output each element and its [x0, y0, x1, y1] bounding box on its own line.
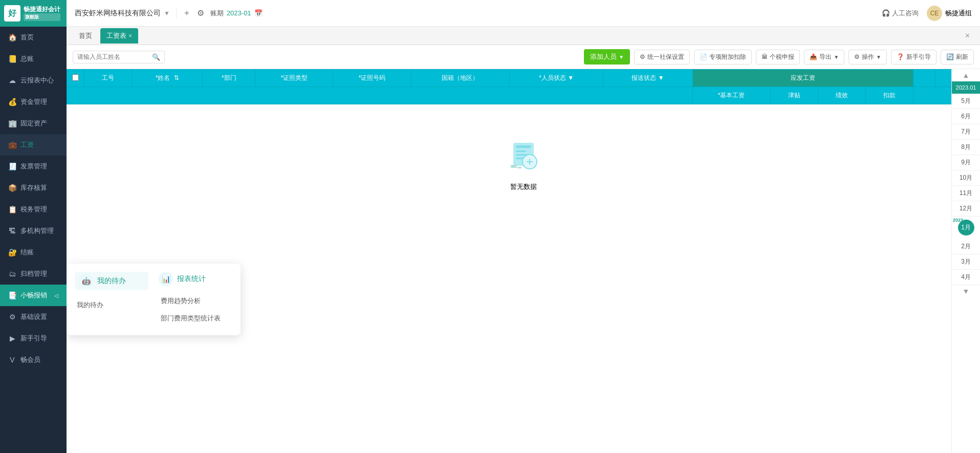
sidebar-item-basic-settings[interactable]: ⚙ 基础设置	[0, 306, 67, 328]
avatar: CE	[927, 6, 942, 21]
operation-chevron-icon: ▼	[876, 54, 881, 60]
sub-col-allowance: 津贴	[770, 87, 818, 104]
refresh-button[interactable]: 🔄 刷新	[941, 50, 974, 64]
user-menu[interactable]: CE 畅捷通组	[927, 6, 972, 21]
sidebar-item-inventory[interactable]: 📦 库存核算	[0, 177, 67, 199]
sidebar-item-home[interactable]: 🏠 首页	[0, 27, 67, 48]
filter-status-icon[interactable]: ▼	[568, 74, 574, 81]
company-selector[interactable]: 西安虾米网络科技有限公司 ▼	[75, 9, 170, 18]
toolbar-right: 添加人员 ▼ ⚙ 统一社保设置 📄 专项附加扣除 🏛 个税申报 📤 导	[584, 49, 974, 64]
sidebar-item-cloud-report[interactable]: ☁ 云报表中心	[0, 70, 67, 91]
empty-state: 暂无数据	[67, 104, 980, 222]
settings-period-icon[interactable]: ⚙	[197, 8, 204, 18]
export-chevron-icon: ▼	[834, 54, 839, 60]
month-item-7[interactable]: 7月	[952, 124, 980, 140]
home-icon: 🏠	[8, 33, 16, 41]
dropdown-header-reports: 📊 报表统计	[159, 272, 232, 286]
main-area: 西安虾米网络科技有限公司 ▼ ＋ ⚙ 账期 2023-01 📅 🎧 人工咨询 C…	[67, 0, 980, 453]
collapse-icon: ◁	[54, 293, 58, 298]
sidebar-item-ledger[interactable]: 📒 总账	[0, 48, 67, 70]
month-item-12[interactable]: 12月	[952, 201, 980, 217]
dropdown-item-dept-expense[interactable]: 部门费用类型统计表	[159, 310, 232, 327]
content-area: 🔍 添加人员 ▼ ⚙ 统一社保设置 📄 专项附加扣除 🏛 个税申报	[67, 45, 980, 453]
archive-icon: 🗂	[8, 270, 16, 278]
month-item-8[interactable]: 8月	[952, 140, 980, 155]
tax-declaration-button[interactable]: 🏛 个税申报	[756, 50, 800, 64]
month-nav-up[interactable]: ▲	[952, 69, 980, 81]
special-deduction-button[interactable]: 📄 专项附加扣除	[694, 50, 752, 64]
sidebar-item-fixed-assets[interactable]: 🏢 固定资产	[0, 113, 67, 134]
month-item-9[interactable]: 9月	[952, 155, 980, 170]
month-item-6[interactable]: 6月	[952, 109, 980, 124]
col-emp-no: 工号	[84, 70, 132, 87]
user-name: 畅捷通组	[945, 9, 972, 18]
add-employee-button[interactable]: 添加人员 ▼	[584, 49, 630, 64]
sort-name-icon[interactable]: ⇅	[174, 74, 179, 81]
month-item-3[interactable]: 3月	[952, 254, 980, 270]
col-nationality: 国籍（地区）	[411, 70, 509, 87]
tab-close-icon[interactable]: ×	[128, 32, 132, 39]
window-close-button[interactable]: ×	[961, 31, 974, 40]
sub-col-base-salary: *基本工资	[692, 87, 770, 104]
topbar-period: 账期 2023-01 📅	[210, 9, 263, 18]
expense-icon: 📑	[8, 291, 16, 299]
month-item-5[interactable]: 5月	[952, 94, 980, 109]
export-button[interactable]: 📤 导出 ▼	[804, 50, 844, 64]
cloud-icon: ☁	[8, 76, 16, 84]
month-item-11[interactable]: 11月	[952, 186, 980, 201]
settings-icon: ⚙	[8, 313, 16, 321]
month-nav-down[interactable]: ▼	[952, 285, 980, 297]
sub-col-deduction: 扣款	[865, 87, 913, 104]
sidebar-item-archive[interactable]: 🗂 归档管理	[0, 263, 67, 285]
new-guide-button[interactable]: ❓ 新手引导	[891, 50, 937, 64]
special-deduction-icon: 📄	[700, 53, 707, 60]
tab-home[interactable]: 首页	[73, 28, 98, 44]
closing-icon: 🔐	[8, 248, 16, 256]
salary-table: 工号 *姓名 ⇅ *部门 *证照类型 *证照号码	[67, 69, 980, 104]
search-box[interactable]: 🔍	[73, 51, 165, 63]
col-total	[913, 70, 935, 87]
sidebar: 好 畅捷通好会计 旗舰版 🏠 首页 📒 总账 ☁ 云报表中心 💰 资金管理 🏢 …	[0, 0, 67, 453]
tax-icon: 📋	[8, 205, 16, 213]
filter-report-icon[interactable]: ▼	[658, 74, 664, 81]
sidebar-item-membership[interactable]: V 畅会员	[0, 349, 67, 371]
table-checkbox-header[interactable]	[67, 70, 84, 87]
month-item-2[interactable]: 2月	[952, 239, 980, 254]
svg-rect-4	[516, 158, 524, 159]
pending-header-icon: 🤖	[79, 274, 93, 288]
dropdown-item-expense-trend[interactable]: 费用趋势分析	[159, 292, 232, 310]
social-security-button[interactable]: ⚙ 统一社保设置	[634, 50, 690, 64]
calendar-icon[interactable]: 📅	[254, 9, 263, 17]
export-icon: 📤	[810, 53, 817, 60]
sidebar-item-invoice[interactable]: 🧾 发票管理	[0, 156, 67, 177]
guide-icon: ▶	[8, 334, 16, 342]
col-name: *姓名 ⇅	[132, 70, 202, 87]
search-input[interactable]	[77, 53, 149, 60]
month-item-4[interactable]: 4月	[952, 270, 980, 285]
refresh-icon: 🔄	[946, 53, 954, 60]
sidebar-item-salary[interactable]: 💼 工资	[0, 134, 67, 156]
search-icon[interactable]: 🔍	[152, 53, 160, 61]
select-all-checkbox[interactable]	[72, 74, 79, 81]
sidebar-item-multi-org[interactable]: 🏗 多机构管理	[0, 220, 67, 242]
company-chevron-icon: ▼	[164, 10, 170, 17]
col-id-no: *证照号码	[333, 70, 411, 87]
sidebar-item-new-guide[interactable]: ▶ 新手引导	[0, 328, 67, 349]
sidebar-item-closing[interactable]: 🔐 结账	[0, 242, 67, 263]
month-item-10[interactable]: 10月	[952, 170, 980, 186]
service-button[interactable]: 🎧 人工咨询	[882, 9, 919, 18]
sidebar-logo: 好 畅捷通好会计 旗舰版	[0, 0, 67, 27]
topbar-right: 🎧 人工咨询 CE 畅捷通组	[882, 6, 972, 21]
sidebar-item-xiao-chang[interactable]: 📑 小畅报销 ◁	[0, 285, 67, 306]
tab-salary-table[interactable]: 工资表 ×	[100, 28, 138, 44]
dropdown-col-pending: 🤖 我的待办 我的待办	[75, 272, 148, 327]
sidebar-item-fund[interactable]: 💰 资金管理	[0, 91, 67, 113]
company-name: 西安虾米网络科技有限公司	[75, 9, 161, 18]
fund-icon: 💰	[8, 98, 16, 106]
add-period-icon[interactable]: ＋	[183, 8, 191, 18]
new-guide-icon: ❓	[897, 53, 904, 60]
sidebar-item-tax[interactable]: 📋 税务管理	[0, 199, 67, 220]
operation-button[interactable]: ⚙ 操作 ▼	[848, 50, 887, 64]
dropdown-item-my-pending[interactable]: 我的待办	[75, 296, 148, 314]
year-label-2023: 2023	[953, 218, 963, 223]
